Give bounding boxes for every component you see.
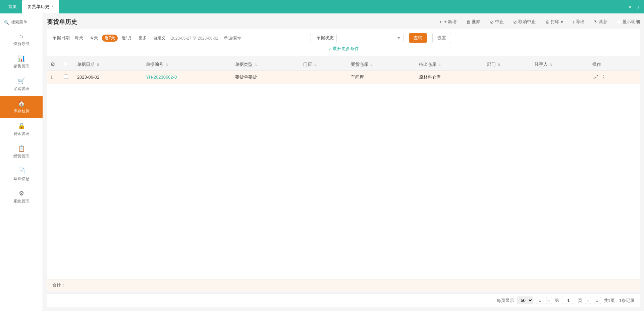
row-more-btn[interactable]: ⋮ [600,73,607,81]
col-docno-label: 单据编号 [146,62,163,67]
last7days-btn[interactable]: 近7天 [102,35,118,42]
cancel-stop-label: 取消中止 [518,19,536,25]
delete-btn[interactable]: 🗑 删除 [463,17,484,26]
filter-panel: 单据日期 昨天 今天 近7天 近1月 更多 自定义 2023-05-27 至 2… [47,29,640,56]
sort-dept-icon[interactable]: ⇅ [498,63,500,66]
delete-label: 删除 [472,19,481,25]
sidebar-item-finance[interactable]: 🔒 资金管理 [0,118,43,141]
row-checkbox[interactable] [64,75,68,79]
sort-date-icon[interactable]: ⇅ [97,63,99,66]
total-records-label: 共1页，1条记录 [604,298,635,304]
tab-close-icon[interactable]: × [51,4,54,9]
finance-icon: 🔒 [18,122,25,130]
custom-btn[interactable]: 自定义 [151,35,168,42]
sort-handler-icon[interactable]: ⇅ [549,63,552,66]
sidebar-item-label: 快捷导航 [13,41,30,47]
new-btn[interactable]: ＋ + 新增 [435,17,460,26]
doc-number-filter-group: 单据编号 [224,34,311,42]
main-layout: 🔍 搜索菜单 ⌂ 快捷导航 📊 销售管理 🛒 采购管理 🏠 库存核算 🔒 资金管… [0,13,644,311]
sidebar-item-quick-nav[interactable]: ⌂ 快捷导航 [0,29,43,51]
content-area: 要货单历史 ＋ + 新增 🗑 删除 ⊘ 中止 ⊘ 取消中止 [43,13,644,311]
col-check-header [60,58,74,71]
last1month-btn[interactable]: 近1月 [119,35,135,42]
sidebar: 🔍 搜索菜单 ⌂ 快捷导航 📊 销售管理 🛒 采购管理 🏠 库存核算 🔒 资金管… [0,13,43,311]
system-icon: ⚙ [19,190,24,197]
settings-gear-icon[interactable]: ⚙ [50,61,55,67]
show-detail-checkbox[interactable]: 显示明细 [617,19,640,25]
window-maximize-btn[interactable]: □ [636,4,639,9]
inventory-icon: 🏠 [18,100,25,107]
col-doctype-label: 单据类型 [235,62,253,67]
doc-number-label: 单据编号 [224,35,241,41]
page-unit-label: 页 [578,298,582,304]
refresh-btn[interactable]: ↻ 刷新 [591,17,611,26]
print-btn[interactable]: 🖨 打印 ▾ [542,17,567,26]
first-page-btn[interactable]: « [536,297,543,304]
col-handler-header: 经手人 ⇅ [531,58,589,71]
date-range-display: 2023-05-27 至 2023-06-02 [171,36,218,41]
operations-icon: 📋 [18,145,25,152]
page-title: 要货单历史 [47,18,77,26]
refresh-icon: ↻ [594,19,598,25]
cell-date: 2023-06-02 [74,71,143,84]
show-detail-input[interactable] [617,20,621,24]
sidebar-item-operations[interactable]: 📋 经营管理 [0,141,43,163]
select-all-checkbox[interactable] [64,62,68,66]
stop-btn[interactable]: ⊘ 中止 [487,17,507,26]
sidebar-item-inventory[interactable]: 🏠 库存核算 [0,96,43,118]
yesterday-btn[interactable]: 昨天 [72,35,86,42]
expand-more-btn[interactable]: ∨ 展开更多条件 [52,46,635,52]
cell-req-warehouse: 车间库 [347,71,416,84]
row-edit-btn[interactable]: 🖊 [592,73,599,81]
sort-doctype-icon[interactable]: ⇅ [254,63,257,66]
prev-page-btn[interactable]: ‹ [546,297,552,304]
last-page-btn[interactable]: » [594,297,601,304]
quick-nav-icon: ⌂ [19,33,23,40]
sort-store-icon[interactable]: ⇅ [314,63,317,66]
sidebar-item-purchase[interactable]: 🛒 采购管理 [0,73,43,96]
col-actions-header: 操作 [589,58,640,71]
window-close-btn[interactable]: ✕ [628,4,632,9]
divider [614,19,614,25]
new-label: + 新增 [444,19,457,25]
cell-store [300,71,347,84]
tab-home[interactable]: 首页 [3,0,22,13]
sidebar-item-label: 基础信息 [13,176,30,182]
doc-link[interactable]: YH-20230602-0 [146,75,177,80]
col-store-header: 门店 ⇅ [300,58,347,71]
settings-btn[interactable]: 设置 [432,33,451,43]
sort-req-warehouse-icon[interactable]: ⇅ [370,63,373,66]
new-icon: ＋ [438,19,443,25]
doc-number-input[interactable] [244,34,311,42]
sidebar-item-label: 采购管理 [13,86,30,92]
col-store-label: 门店 [303,62,312,67]
data-table: ⚙ 单据日期 ⇅ 单据编号 ⇅ [47,58,640,84]
sort-pending-warehouse-icon[interactable]: ⇅ [438,63,441,66]
cancel-stop-btn[interactable]: ⊘ 取消中止 [510,17,539,26]
col-req-warehouse-header: 要货仓库 ⇅ [347,58,416,71]
col-date-header: 单据日期 ⇅ [74,58,143,71]
tab-requisition-history[interactable]: 要货单历史 × [22,0,59,13]
page-size-select[interactable]: 50 [517,297,533,304]
next-page-btn[interactable]: › [585,297,591,304]
row-number: 1 [50,75,53,80]
cell-pending-warehouse: 原材料仓库 [416,71,484,84]
col-docno-header: 单据编号 ⇅ [143,58,231,71]
export-btn[interactable]: ↑ 导出 [569,17,588,26]
page-input[interactable] [562,297,575,304]
total-label: 合计： [52,282,65,287]
sidebar-item-sales[interactable]: 📊 销售管理 [0,51,43,73]
sidebar-search[interactable]: 🔍 搜索菜单 [0,16,43,29]
status-select[interactable] [336,34,404,42]
col-pending-warehouse-header: 待出仓库 ⇅ [416,58,484,71]
sidebar-item-system[interactable]: ⚙ 系统管理 [0,186,43,208]
cell-handler [531,71,589,84]
sidebar-item-label: 系统管理 [13,198,30,204]
query-btn[interactable]: 查询 [409,33,427,43]
sort-docno-icon[interactable]: ⇅ [165,63,168,66]
sidebar-item-basic-info[interactable]: 📄 基础信息 [0,163,43,186]
print-dropdown-icon: ▾ [561,19,563,25]
cell-doctype: 要货单要货 [232,71,300,84]
today-btn[interactable]: 今天 [87,35,101,42]
more-btn[interactable]: 更多 [136,35,149,42]
